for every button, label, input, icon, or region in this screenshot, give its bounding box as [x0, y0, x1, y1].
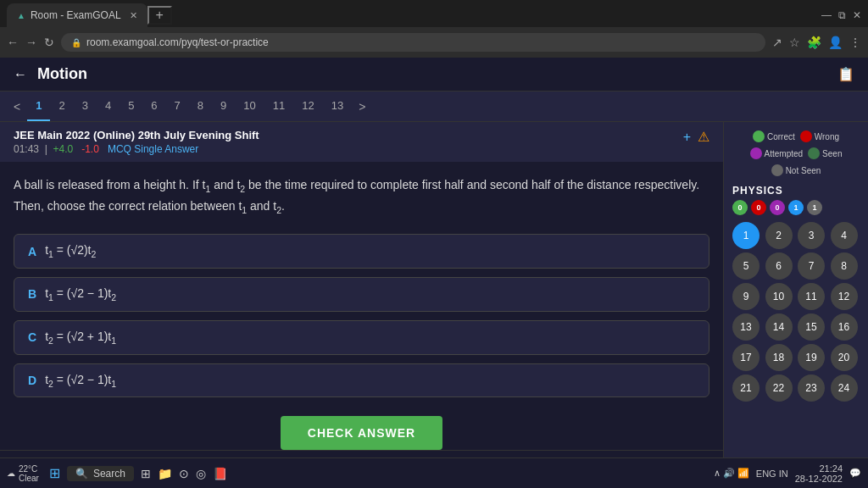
taskbar-icon-1[interactable]: ⊞	[141, 467, 151, 480]
question-nav-item-11[interactable]: 11	[264, 92, 293, 121]
grid-cell-15[interactable]: 15	[798, 313, 825, 341]
legend-correct: Correct	[753, 130, 795, 142]
time-display: 21:24	[795, 463, 843, 474]
grid-cell-12[interactable]: 12	[831, 283, 858, 310]
grid-cell-4[interactable]: 4	[831, 222, 858, 249]
question-nav-item-8[interactable]: 8	[189, 92, 212, 121]
grid-cell-7[interactable]: 7	[798, 252, 825, 280]
option-b[interactable]: B t1 = (√2 − 1)t2	[14, 277, 709, 312]
seen-dot	[808, 147, 820, 159]
actions-bar: CHECK ANSWER	[14, 406, 709, 450]
taskbar-icon-3[interactable]: ⊙	[179, 467, 189, 480]
question-nav-item-10[interactable]: 10	[235, 92, 264, 121]
grid-cell-14[interactable]: 14	[765, 313, 793, 341]
question-nav-item-1[interactable]: 1	[27, 92, 50, 121]
grid-cell-8[interactable]: 8	[831, 252, 858, 280]
start-button[interactable]: ⊞	[49, 465, 60, 481]
grid-cell-2[interactable]: 2	[765, 222, 793, 249]
header-back-button[interactable]: ←	[14, 67, 27, 82]
grid-cell-6[interactable]: 6	[765, 252, 793, 280]
legend-seen: Seen	[808, 147, 842, 159]
question-nav-next[interactable]: >	[352, 100, 372, 114]
question-nav-item-9[interactable]: 9	[212, 92, 235, 121]
question-nav-prev[interactable]: <	[7, 100, 27, 114]
marks-positive: +4.0	[53, 143, 73, 155]
wrong-dot	[800, 130, 812, 142]
tab-bar: ▲ Room - ExamGOAL ✕ + — ⧉ ✕	[0, 0, 868, 27]
app: ← Motion 📋 < 1 2 3 4 5 6 7 8 9 10 11 12 …	[0, 58, 868, 488]
correct-dot	[753, 130, 765, 142]
weather-desc: Clear	[19, 474, 39, 483]
grid-cell-19[interactable]: 19	[798, 344, 825, 371]
option-d[interactable]: D t2 = (√2 − 1)t1	[14, 363, 709, 398]
taskbar: ☁ 22°C Clear ⊞ 🔍 Search ⊞ 📁 ⊙ ◎ 📕 ∧ 🔊 📶 …	[0, 458, 868, 488]
forward-button[interactable]: →	[25, 36, 37, 49]
share-icon[interactable]: ↗	[772, 36, 782, 49]
question-nav-item-3[interactable]: 3	[74, 92, 97, 121]
option-c-text: t2 = (√2 + 1)t1	[45, 330, 116, 346]
refresh-button[interactable]: ↻	[44, 36, 54, 49]
app-header: ← Motion 📋	[0, 58, 868, 92]
active-tab[interactable]: ▲ Room - ExamGOAL ✕	[7, 3, 147, 27]
nav-bar: ← → ↻ 🔒 room.examgoal.com/pyq/test-or-pr…	[0, 27, 868, 58]
taskbar-icons: ⊞ 📁 ⊙ ◎ 📕	[141, 467, 227, 480]
grid-cell-20[interactable]: 20	[831, 344, 858, 371]
grid-cell-11[interactable]: 11	[798, 283, 825, 310]
profile-icon[interactable]: 👤	[828, 36, 843, 49]
question-nav-item-4[interactable]: 4	[97, 92, 120, 121]
close-window-button[interactable]: ✕	[853, 9, 861, 21]
check-answer-button[interactable]: CHECK ANSWER	[281, 416, 442, 450]
attempted-label: Attempted	[765, 149, 804, 158]
grid-cell-18[interactable]: 18	[765, 344, 793, 371]
address-bar[interactable]: 🔒 room.examgoal.com/pyq/test-or-practice	[61, 33, 765, 52]
grid-cell-22[interactable]: 22	[765, 374, 793, 402]
tab-title: Room - ExamGOAL	[31, 9, 121, 21]
minimize-button[interactable]: —	[821, 9, 832, 21]
grid-cell-13[interactable]: 13	[732, 313, 760, 341]
notification-icon[interactable]: 💬	[849, 468, 861, 479]
grid-cell-21[interactable]: 21	[732, 374, 760, 402]
question-nav-item-13[interactable]: 13	[323, 92, 352, 121]
url-text: room.examgoal.com/pyq/test-or-practice	[86, 36, 269, 48]
menu-icon[interactable]: ⋮	[849, 36, 861, 49]
correct-label: Correct	[767, 132, 795, 141]
subject-counts: 0 0 0 1 1	[732, 200, 860, 215]
grid-cell-9[interactable]: 9	[732, 283, 760, 310]
extensions-icon[interactable]: 🧩	[807, 36, 821, 49]
clock: 21:24 28-12-2022	[795, 463, 843, 484]
temperature: 22°C	[19, 464, 39, 474]
grid-cell-3[interactable]: 3	[798, 222, 825, 249]
option-a[interactable]: A t1 = (√2)t2	[14, 234, 709, 269]
tab-close-button[interactable]: ✕	[130, 10, 137, 21]
question-nav-item-7[interactable]: 7	[166, 92, 189, 121]
weather-widget: ☁ 22°C Clear	[7, 464, 39, 483]
grid-cell-24[interactable]: 24	[831, 374, 858, 402]
option-c[interactable]: C t2 = (√2 + 1)t1	[14, 320, 709, 355]
weather-info: 22°C Clear	[19, 464, 39, 483]
taskbar-icon-4[interactable]: ◎	[196, 467, 206, 480]
wrong-label: Wrong	[815, 132, 839, 141]
taskbar-search[interactable]: 🔍 Search	[67, 466, 134, 481]
search-label: Search	[93, 468, 125, 480]
taskbar-icon-5[interactable]: 📕	[213, 467, 227, 480]
option-d-label: D	[28, 374, 36, 387]
taskbar-icon-2[interactable]: 📁	[158, 467, 172, 480]
add-icon[interactable]: +	[683, 130, 691, 145]
grid-cell-10[interactable]: 10	[765, 283, 793, 310]
grid-cell-5[interactable]: 5	[732, 252, 760, 280]
grid-cell-17[interactable]: 17	[732, 344, 760, 371]
question-nav-item-12[interactable]: 12	[293, 92, 322, 121]
grid-cell-16[interactable]: 16	[831, 313, 858, 341]
maximize-button[interactable]: ⧉	[838, 9, 846, 21]
grid-cell-1[interactable]: 1	[732, 222, 760, 249]
grid-cell-23[interactable]: 23	[798, 374, 825, 402]
back-button[interactable]: ←	[7, 36, 19, 49]
bookmark-icon[interactable]: ☆	[789, 36, 800, 49]
legend-wrong: Wrong	[800, 130, 839, 142]
question-nav-item-6[interactable]: 6	[142, 92, 165, 121]
question-nav-item-5[interactable]: 5	[120, 92, 142, 121]
translate-icon[interactable]: 📋	[837, 66, 854, 82]
question-nav-item-2[interactable]: 2	[50, 92, 73, 121]
new-tab-button[interactable]: +	[147, 6, 172, 25]
warning-icon[interactable]: ⚠	[698, 129, 709, 145]
